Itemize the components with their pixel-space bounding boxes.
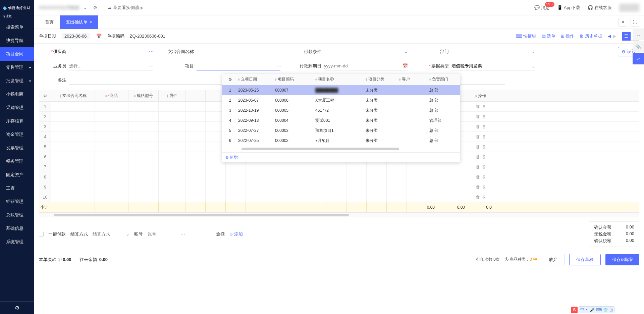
more-icon[interactable]: ⋯ [276, 63, 280, 69]
sidebar-item[interactable]: 经营管理 [0, 195, 34, 208]
sidebar-item[interactable]: 库存核算 [0, 114, 34, 128]
copy-icon[interactable]: ⎘ [483, 124, 485, 129]
more-icon[interactable]: ⋯ [149, 49, 153, 54]
avatar[interactable] [619, 4, 639, 12]
delete-icon[interactable]: 🗑 [476, 124, 480, 129]
delete-icon[interactable]: 🗑 [476, 154, 480, 159]
add-payment-button[interactable]: ⊕ 添加 [229, 231, 243, 237]
expand-button[interactable]: ⛶ [631, 18, 639, 27]
dropdown-header[interactable]: ▴▾客户 [396, 74, 427, 85]
sidebar-item[interactable]: 固定资产 [0, 168, 34, 181]
copy-icon[interactable]: ⎘ [483, 144, 485, 149]
select-order-link[interactable]: ▤ 选单 [542, 33, 555, 39]
sidebar-item[interactable]: 资金管理 [0, 128, 34, 141]
sidebar-item[interactable]: 搜索菜单 [0, 20, 34, 34]
delete-icon[interactable]: 🗑 [476, 185, 480, 190]
date-value[interactable]: 2023-06-06 [62, 33, 90, 39]
sidebar-item[interactable]: 项目合同 [0, 47, 34, 61]
dropdown-header[interactable]: ▴▾立项日期 [235, 74, 272, 85]
grid-hscroll[interactable] [39, 213, 639, 217]
prev-record-button[interactable]: ◀ [608, 34, 611, 39]
dropdown-row[interactable]: 12023-05-25000007████████未分类总 部 [222, 85, 460, 95]
calendar-icon[interactable]: 📅 [402, 63, 408, 68]
discard-button[interactable]: 放弃 [542, 254, 565, 265]
acct-input[interactable]: ⋯ [148, 230, 184, 238]
delete-icon[interactable]: 🗑 [476, 164, 480, 169]
onekey-checkbox[interactable] [39, 232, 44, 237]
dropdown-row[interactable]: 42022-09-13000004测试001未分类管理部 [222, 115, 460, 125]
column-header[interactable] [185, 90, 206, 101]
dropdown-row[interactable]: 62022-07-250000027月项目未分类总 部 [222, 136, 460, 146]
sidebar-item[interactable]: 工资 [0, 181, 34, 195]
messages-button[interactable]: 💬 消息 99 + [534, 5, 550, 11]
chevron-down-icon[interactable]: ⌄ [532, 63, 535, 68]
dropdown-row[interactable]: 32022-10-19000005461772未分类总 部 [222, 105, 460, 115]
delete-icon[interactable]: 🗑 [476, 174, 480, 179]
duedate-input[interactable]: 📅 [324, 62, 408, 70]
next-record-button[interactable]: ▶ [613, 34, 616, 39]
close-all-button[interactable]: ✕ [619, 18, 627, 27]
chevron-down-icon[interactable]: ⌄ [84, 5, 87, 10]
shortcut-link[interactable]: ⌨ 快捷键 [516, 33, 536, 39]
copy-icon[interactable]: ⎘ [483, 104, 485, 109]
close-icon[interactable]: × [90, 20, 92, 24]
ime-skin-icon[interactable]: 👕 [603, 308, 608, 312]
dropdown-header[interactable]: ▴▾项目名称 [313, 74, 363, 85]
invoice-input[interactable]: ⌄ [451, 62, 535, 70]
sidebar-settings[interactable]: ⚙ [0, 301, 34, 314]
copy-icon[interactable]: ⎘ [483, 154, 485, 159]
rail-attach-button[interactable]: 📎 [633, 41, 644, 52]
table-row[interactable]: 7🗑⎘ [39, 162, 639, 172]
column-header[interactable]: ▴▾支出合同名称 [51, 90, 95, 101]
sidebar-item[interactable]: 发票管理 [0, 141, 34, 155]
delete-icon[interactable]: 🗑 [476, 144, 480, 149]
tab-home[interactable]: 首页 [39, 15, 60, 29]
dropdown-row[interactable]: 22023-05-07000006X大厦工程未分类总 部 [222, 95, 460, 105]
history-link[interactable]: 🗎 历史单据 [580, 33, 602, 39]
sidebar-item[interactable]: 小畅电商 [0, 88, 34, 101]
dept-input[interactable]: ⌄ [451, 47, 535, 56]
column-header[interactable]: ▴▾操作 [467, 90, 494, 101]
app-download-button[interactable]: 📱 App下载 [557, 5, 580, 11]
table-row[interactable]: 10🗑⎘ [39, 192, 639, 202]
dropdown-header[interactable]: ▴▾负责部门 [427, 74, 460, 85]
chevron-down-icon[interactable]: ⌄ [126, 231, 129, 237]
dropdown-hscroll[interactable] [225, 147, 458, 151]
delete-icon[interactable]: 🗑 [476, 104, 480, 109]
ime-tool-icon[interactable]: ⊞ [609, 308, 613, 312]
ime-keyboard-icon[interactable]: ⌨ [596, 308, 602, 312]
add-project-button[interactable]: ⊕ 新增 [225, 155, 238, 160]
demo-link[interactable]: ☁ 我要看实例演示 [107, 5, 144, 11]
sidebar-item[interactable]: 快捷导航 [0, 34, 34, 47]
sidebar-item[interactable]: 基础信息 [0, 222, 34, 235]
copy-icon[interactable]: ⎘ [483, 195, 485, 200]
company-name[interactable]: XXXXXXXX公司账套 [39, 5, 79, 11]
salesperson-input[interactable]: ⋯ [69, 62, 153, 70]
sidebar-item[interactable]: 采购管理 [0, 101, 34, 114]
ime-lang[interactable]: 中 [580, 307, 584, 313]
sidebar-item[interactable]: 税务管理 [0, 155, 34, 168]
sidebar-item[interactable]: 总账管理 [0, 208, 34, 222]
payterm-input[interactable]: ⌄ [324, 47, 408, 56]
more-icon[interactable]: ⋯ [180, 231, 184, 237]
delete-icon[interactable]: 🗑 [476, 195, 480, 200]
delete-icon[interactable]: 🗑 [476, 114, 480, 119]
table-row[interactable]: 9🗑⎘ [39, 182, 639, 192]
table-row[interactable]: 8🗑⎘ [39, 172, 639, 182]
chevron-down-icon[interactable]: ⌄ [532, 49, 535, 54]
save-draft-button[interactable]: 保存草稿 [569, 254, 601, 265]
tab-expense-confirm[interactable]: 支出确认单 × [60, 15, 98, 29]
dropdown-row[interactable]: 52022-07-27000003预算项目1未分类总 部 [222, 125, 460, 136]
column-header[interactable]: ▴▾*商品 [95, 90, 128, 101]
view-list-button[interactable]: ☰ [622, 32, 631, 41]
ime-sogou-icon[interactable]: S [571, 307, 578, 313]
more-icon[interactable]: ⋯ [149, 63, 153, 69]
copy-icon[interactable]: ⎘ [483, 114, 485, 119]
sidebar-item[interactable]: 系统管理 [0, 235, 34, 249]
delete-icon[interactable]: 🗑 [476, 134, 480, 139]
column-header[interactable]: ▴▾属性 [159, 90, 185, 101]
dropdown-header[interactable]: ▴▾项目编码 [272, 74, 313, 85]
operations-link[interactable]: ⊞ 操作 [561, 33, 574, 39]
supplier-input[interactable]: ⋯ [69, 47, 153, 56]
gear-icon[interactable]: ⚙ [39, 90, 51, 101]
